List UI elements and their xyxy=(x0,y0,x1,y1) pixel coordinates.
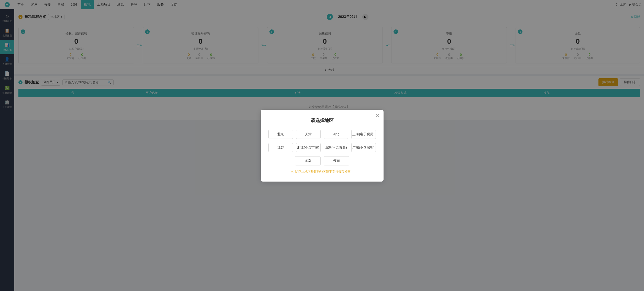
modal-overlay[interactable]: ✕ 请选择地区 北京天津河北上海(电子税局) 江苏浙江(不含宁波)山东(不含青岛… xyxy=(0,0,644,291)
region-btn-云南[interactable]: 云南 xyxy=(324,156,349,165)
region-btn-江苏[interactable]: 江苏 xyxy=(268,143,293,152)
modal-title: 请选择地区 xyxy=(268,117,376,124)
region-btn-上海(电子税局)[interactable]: 上海(电子税局) xyxy=(351,130,376,139)
region-btn-山东(不含青岛)[interactable]: 山东(不含青岛) xyxy=(324,143,348,152)
region-btn-河北[interactable]: 河北 xyxy=(324,130,348,139)
region-grid-row1: 北京天津河北上海(电子税局) xyxy=(268,130,376,139)
region-btn-海南[interactable]: 海南 xyxy=(295,156,321,165)
warning-icon: ⚠ xyxy=(290,170,294,174)
warning-text: ⚠ 除以上地区外其他地区暂不支持报税检查！ xyxy=(268,170,376,174)
region-select-modal: ✕ 请选择地区 北京天津河北上海(电子税局) 江苏浙江(不含宁波)山东(不含青岛… xyxy=(261,110,384,182)
region-btn-天津[interactable]: 天津 xyxy=(296,130,321,139)
region-btn-北京[interactable]: 北京 xyxy=(268,130,293,139)
region-btn-广东(不含深圳)[interactable]: 广东(不含深圳) xyxy=(351,143,376,152)
region-grid-row2: 江苏浙江(不含宁波)山东(不含青岛)广东(不含深圳) xyxy=(268,143,376,152)
region-grid-row3: 海南云南 xyxy=(268,156,376,165)
region-btn-浙江(不含宁波)[interactable]: 浙江(不含宁波) xyxy=(296,143,321,152)
modal-close-button[interactable]: ✕ xyxy=(376,113,379,118)
